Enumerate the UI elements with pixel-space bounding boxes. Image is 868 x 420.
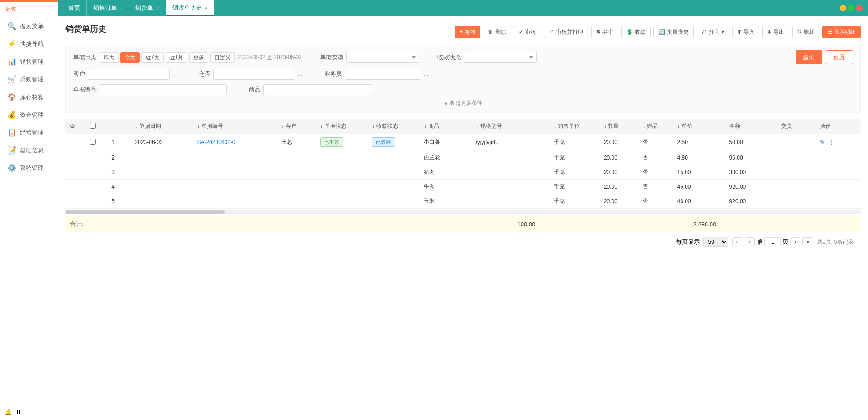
th-checkbox: [85, 119, 107, 134]
footer-label: 合计:: [70, 220, 97, 228]
th-price[interactable]: ↕ 单价: [672, 119, 724, 134]
sys-mgmt-icon: ⚙️: [7, 164, 16, 172]
delete-button[interactable]: 🗑 删除: [483, 26, 511, 38]
page-unit: 页: [783, 238, 788, 246]
table-row: 5 玉米 千克 20.00 否 46.00 920.00: [65, 194, 861, 209]
th-doc-status[interactable]: ↕ 单据状态: [316, 119, 367, 134]
per-page-select[interactable]: 50 100: [703, 237, 728, 247]
cell-settings: [65, 194, 85, 209]
doc-type-select[interactable]: [346, 52, 419, 63]
tab-sales-history[interactable]: 销货单历史 ×: [166, 0, 214, 16]
pause-icon[interactable]: ⏸: [15, 409, 21, 415]
sidebar-item-quick-nav[interactable]: ⚡ 快捷导航: [0, 35, 58, 53]
abandon-button[interactable]: ✖ 弃审: [591, 26, 618, 38]
maximize-button[interactable]: [848, 5, 854, 11]
prev-page-button[interactable]: ‹: [745, 237, 755, 246]
import-button[interactable]: ⬆ 导入: [732, 26, 759, 38]
pay-status-select[interactable]: [464, 52, 537, 63]
cell-doc-status: 已生效: [316, 134, 367, 150]
review-button[interactable]: ✔ 审核: [514, 26, 541, 38]
date-btn-more[interactable]: 更多: [189, 52, 208, 63]
cell-qty: 20.00: [599, 150, 638, 165]
th-pay-status[interactable]: ↕ 收款状态: [367, 119, 419, 134]
minimize-button[interactable]: [840, 5, 846, 11]
export-button[interactable]: ⬇ 导出: [762, 26, 789, 38]
warehouse-input[interactable]: [213, 69, 295, 80]
last-page-button[interactable]: »: [802, 237, 813, 246]
show-detail-button[interactable]: ☰ 显示明细: [822, 26, 861, 38]
cell-goods: 小白菜: [419, 134, 471, 150]
sidebar-item-sales-mgmt[interactable]: 📊 销售管理: [0, 53, 58, 70]
tab-home[interactable]: 首页: [62, 0, 87, 16]
table-wrap: ⚙ ↕ 单据日期 ↕ 单据编号 ↕ 客户 ↕ 单据状态 ↕ 收款状态 ↕ 商品 …: [65, 119, 861, 209]
cell-ops: [815, 150, 861, 165]
sidebar-label-inventory: 库存核算: [20, 93, 44, 101]
table-header-row: ⚙ ↕ 单据日期 ↕ 单据编号 ↕ 客户 ↕ 单据状态 ↕ 收款状态 ↕ 商品 …: [65, 119, 861, 134]
print-button[interactable]: 🖨 打印 ▾: [697, 26, 729, 38]
sidebar-item-finance[interactable]: 💰 资金管理: [0, 106, 58, 124]
goods-input[interactable]: [263, 84, 372, 95]
date-btn-today[interactable]: 今天: [120, 52, 140, 63]
goods-dots[interactable]: ...: [375, 86, 380, 93]
th-settings[interactable]: ⚙: [65, 119, 85, 134]
tab-close-sales-order[interactable]: ×: [120, 5, 122, 11]
date-btn-custom[interactable]: 自定义: [210, 52, 235, 63]
row-checkbox[interactable]: [90, 139, 96, 145]
table-body: 1 2023-06-02 SA-20230602-0 王总 已生效 已收款 小白…: [65, 134, 861, 209]
th-goods[interactable]: ↕ 商品: [419, 119, 471, 134]
sidebar-logo: 标签: [0, 2, 58, 17]
th-customer[interactable]: ↕ 客户: [277, 119, 316, 134]
edit-icon[interactable]: ✎: [820, 139, 825, 146]
tab-close-sales-history[interactable]: ×: [205, 5, 207, 10]
refresh-button[interactable]: ↻ 刷新: [792, 26, 819, 38]
new-button[interactable]: + 新增: [455, 26, 480, 38]
collapse-button[interactable]: ∧ 收起更多条件: [444, 100, 482, 107]
tab-close-sales-goods[interactable]: ×: [156, 5, 159, 11]
sidebar-bottom: 🔔 ⏸: [0, 404, 58, 420]
page-number-input[interactable]: [764, 237, 781, 246]
th-spec[interactable]: ↕ 规格型号: [472, 119, 549, 134]
sidebar-item-purchase-mgmt[interactable]: 🛒 采购管理: [0, 70, 58, 88]
sidebar-item-search-menu[interactable]: 🔍 搜索菜单: [0, 17, 58, 35]
salesperson-dots[interactable]: ...: [424, 71, 428, 77]
close-button[interactable]: [856, 5, 863, 11]
sidebar-label-search-menu: 搜索菜单: [20, 22, 44, 30]
sidebar-label-sys-mgmt: 系统管理: [20, 164, 44, 172]
notification-icon[interactable]: 🔔: [5, 409, 12, 415]
batch-change-button[interactable]: 🔄 批量变更: [653, 26, 694, 38]
customer-dots[interactable]: ...: [172, 71, 177, 77]
select-all-checkbox[interactable]: [90, 123, 96, 129]
settings-button[interactable]: 设置: [826, 50, 853, 64]
date-btn-1month[interactable]: 近1月: [166, 52, 188, 63]
cell-goods: 西兰花: [419, 150, 471, 165]
th-unit[interactable]: ↕ 销售单位: [549, 119, 599, 134]
table-footer: 合计: 100.00 2,286.00: [65, 216, 861, 232]
cell-check: [85, 165, 107, 180]
th-qty[interactable]: ↕ 数量: [599, 119, 638, 134]
date-btn-7days[interactable]: 近7天: [141, 52, 164, 63]
table-scrollbar[interactable]: [65, 210, 861, 214]
th-date[interactable]: ↕ 单据日期: [130, 119, 193, 134]
th-gift[interactable]: ↕ 赠品: [638, 119, 672, 134]
sidebar-item-sys-mgmt[interactable]: ⚙️ 系统管理: [0, 159, 58, 177]
review-print-button[interactable]: 🖨 审核并打印: [544, 26, 588, 38]
customer-input[interactable]: [88, 69, 170, 80]
first-page-button[interactable]: «: [732, 237, 743, 246]
sidebar-item-inventory[interactable]: 🏠 库存核算: [0, 88, 58, 106]
cell-spec: [472, 180, 549, 194]
cell-goods: 牛肉: [419, 180, 471, 194]
query-button[interactable]: 查询: [796, 50, 822, 64]
th-doc-no[interactable]: ↕ 单据编号: [192, 119, 276, 134]
sidebar-item-basic-info[interactable]: 📝 基础信息: [0, 141, 58, 159]
tab-sales-order[interactable]: 销售订单 ×: [87, 0, 129, 16]
next-page-button[interactable]: ›: [790, 237, 800, 246]
more-icon[interactable]: ⋮: [828, 139, 834, 146]
tab-sales-goods[interactable]: 销货单 ×: [129, 0, 166, 16]
salesperson-input[interactable]: [345, 69, 421, 80]
doc-no-input[interactable]: [100, 84, 227, 95]
sidebar-item-operations[interactable]: 📋 经营管理: [0, 124, 58, 141]
warehouse-dots[interactable]: ...: [298, 71, 302, 77]
date-btn-yesterday[interactable]: 昨天: [100, 52, 119, 63]
cell-unit: 千克: [549, 165, 599, 180]
collect-button[interactable]: 💲 收款: [621, 26, 651, 38]
